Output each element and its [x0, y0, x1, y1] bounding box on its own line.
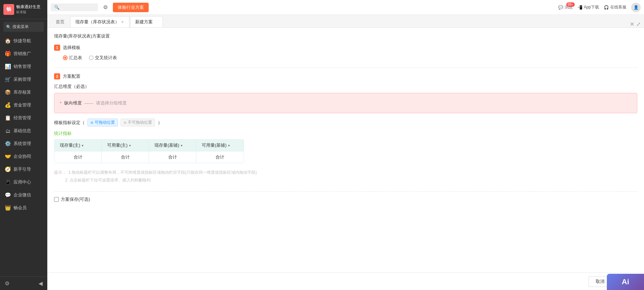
- sidebar-item-guide[interactable]: 🧭 新手引导: [0, 163, 47, 176]
- sidebar-item-wechat[interactable]: 💬 企业微信: [0, 189, 47, 201]
- sidebar-item-label: 营销推广: [14, 51, 31, 57]
- sidebar-item-enterprise[interactable]: 🤝 企业协同: [0, 150, 47, 163]
- industry-plan-button[interactable]: 体验行业方案: [113, 3, 149, 12]
- logo-area: 畅 畅康通好生意 标准版: [0, 0, 47, 19]
- dim-vertical-label: 纵向维度: [64, 100, 82, 106]
- section-template: 1 选择模板 汇总表 交叉统计表: [54, 45, 637, 61]
- radio-summary-circle: [63, 55, 68, 60]
- stats-header-row: 现存量(主) ▾ 可用量(主) ▾ 现存量(基辅) ▾: [54, 140, 244, 151]
- stats-label: 统计指标: [54, 130, 637, 137]
- sidebar-item-label: 资金管理: [14, 102, 31, 108]
- stats-body-4: 合计: [196, 151, 244, 163]
- radio-cross[interactable]: 交叉统计表: [89, 55, 117, 61]
- ai-floating-button[interactable]: Ai: [607, 274, 644, 290]
- tip-2-text: 2. 点击标题栏下拉可设置排序、插入列和删除列: [65, 177, 151, 183]
- save-checkbox[interactable]: [54, 197, 59, 202]
- topbar-search-box[interactable]: 🔍: [51, 3, 98, 11]
- sidebar-item-label: 销售管理: [14, 64, 31, 70]
- topbar-gear-button[interactable]: ⚙: [101, 3, 110, 12]
- home-icon: 🏠: [5, 38, 11, 44]
- sidebar-item-operations[interactable]: 📋 经营管理: [0, 112, 47, 124]
- sidebar-scroll: 🔍 搜索菜单 🏠 快捷导航 🎁 营销推广 📊 销售管理 🛒 采购管理 📦 库存核…: [0, 19, 47, 276]
- dim-select-placeholder[interactable]: 请选择分组维度: [96, 100, 127, 106]
- gift-icon: 🎁: [5, 51, 11, 57]
- sidebar-item-label: 基础信息: [14, 128, 31, 134]
- bottom-bar: 取消 查询: [47, 272, 644, 290]
- tab-new-label: 新建方案: [135, 19, 153, 25]
- tab-home[interactable]: 首页: [51, 16, 70, 27]
- settings-icon[interactable]: ⚙: [5, 280, 9, 287]
- sidebar-item-system[interactable]: ⚙️ 系统管理: [0, 137, 47, 150]
- messages-badge: 99+: [566, 2, 575, 7]
- app-download-button[interactable]: 📲 App下载: [577, 4, 599, 10]
- cart-icon: 🛒: [5, 76, 11, 82]
- section1-num: 1: [54, 45, 60, 51]
- chat-icon: 💬: [5, 192, 11, 198]
- sidebar-item-purchase[interactable]: 🛒 采购管理: [0, 73, 47, 86]
- sidebar-item-finance[interactable]: 💰 资金管理: [0, 99, 47, 112]
- sidebar-item-member[interactable]: 👑 畅会员: [0, 201, 47, 214]
- stats-body-1: 合计: [54, 151, 102, 163]
- sidebar-item-label: 新手引导: [14, 166, 31, 172]
- money-icon: 💰: [5, 102, 11, 108]
- topbar-search-input[interactable]: [61, 5, 95, 10]
- tab-inventory-close[interactable]: ×: [121, 20, 124, 24]
- collapse-icon[interactable]: ◀: [39, 280, 43, 287]
- radio-cross-circle: [89, 55, 94, 60]
- sidebar-item-label: 系统管理: [14, 141, 31, 147]
- save-label: 方案保存(可选): [61, 196, 90, 202]
- stats-table: 现存量(主) ▾ 可用量(主) ▾ 现存量(基辅) ▾: [54, 139, 244, 163]
- content-panel: 现存量(库存状况表)方案设置 1 选择模板 汇总表 交叉统计表: [47, 28, 644, 272]
- stats-header-1[interactable]: 现存量(主) ▾: [54, 140, 102, 151]
- stats-header-2[interactable]: 可用量(主) ▾: [102, 140, 149, 151]
- radio-summary[interactable]: 汇总表: [63, 55, 82, 61]
- topbar: 🔍 ⚙ 体验行业方案 💬 消息 99+ 📲 App下载 🎧 在线客服 👤: [47, 0, 644, 15]
- search-label: 搜索菜单: [13, 24, 29, 30]
- draggable-label: 可拖动位置: [95, 120, 115, 125]
- tab-close-all-icon[interactable]: ✕: [630, 21, 634, 27]
- sidebar-item-marketing[interactable]: 🎁 营销推广: [0, 47, 47, 60]
- sidebar-item-sales[interactable]: 📊 销售管理: [0, 60, 47, 73]
- topbar-right: 💬 消息 99+ 📲 App下载 🎧 在线客服 👤: [558, 3, 641, 12]
- sidebar-item-label: 经营管理: [14, 115, 31, 121]
- logo-text: 畅康通好生意 标准版: [16, 4, 41, 15]
- sidebar-item-inventory[interactable]: 📦 库存核算: [0, 86, 47, 99]
- tip-1-text: 1.拖动标题栏可以调整布局，不可跨维度或指标区域拖动栏目字段(只能在同一维度或指…: [68, 170, 257, 175]
- radio-summary-label: 汇总表: [69, 55, 82, 61]
- sidebar-item-quick-nav[interactable]: 🏠 快捷导航: [0, 34, 47, 47]
- tab-new-plan[interactable]: 新建方案 ×: [130, 16, 163, 27]
- tab-expand-icon[interactable]: ⤢: [636, 21, 641, 27]
- indicator-setting-label: 模板指标设定（: [54, 120, 85, 126]
- user-avatar[interactable]: 👤: [631, 3, 641, 12]
- logo-icon: 畅: [3, 4, 14, 15]
- messages-button[interactable]: 💬 消息 99+: [558, 4, 573, 10]
- section2-label: 方案配置: [63, 73, 80, 79]
- online-service-button[interactable]: 🎧 在线客服: [604, 4, 626, 10]
- download-icon: 📲: [577, 5, 583, 10]
- compass-icon: 🧭: [5, 166, 11, 172]
- nondraggable-label: 不可拖动位置: [128, 120, 152, 125]
- sidebar-search[interactable]: 🔍 搜索菜单: [3, 22, 44, 32]
- indicator-setting-suffix: ）: [158, 120, 162, 126]
- tab-inventory-label: 现存量（库存状况表）: [75, 19, 119, 25]
- tip-2-num: [54, 177, 63, 183]
- tab-inventory-status[interactable]: 现存量（库存状况表） ×: [70, 16, 129, 27]
- stats-h4-label: 可用量(基辅): [202, 142, 227, 148]
- box-icon: 📦: [5, 89, 11, 95]
- clipboard-icon: 📋: [5, 115, 11, 121]
- sidebar-item-app[interactable]: 📱 应用中心: [0, 176, 47, 189]
- section2-title: 2 方案配置: [54, 73, 637, 79]
- chevron-1-icon: ▾: [82, 144, 83, 147]
- crown-icon: 👑: [5, 205, 11, 211]
- folder-icon: 🗂: [5, 128, 11, 134]
- tip-label: 提示：: [54, 170, 66, 175]
- sidebar-item-basic-info[interactable]: 🗂 基础信息: [0, 124, 47, 137]
- section1-label: 选择模板: [63, 45, 80, 51]
- tab-new-close[interactable]: ×: [154, 20, 158, 24]
- sidebar-item-label: 应用中心: [14, 179, 31, 185]
- sidebar-item-label: 库存核算: [14, 89, 31, 95]
- stats-header-4[interactable]: 可用量(基辅) ▾: [196, 140, 244, 151]
- online-service-label: 在线客服: [610, 4, 626, 10]
- stats-header-3[interactable]: 现存量(基辅) ▾: [149, 140, 196, 151]
- tab-bar: 首页 现存量（库存状况表） × 新建方案 × ✕ ⤢: [47, 15, 644, 28]
